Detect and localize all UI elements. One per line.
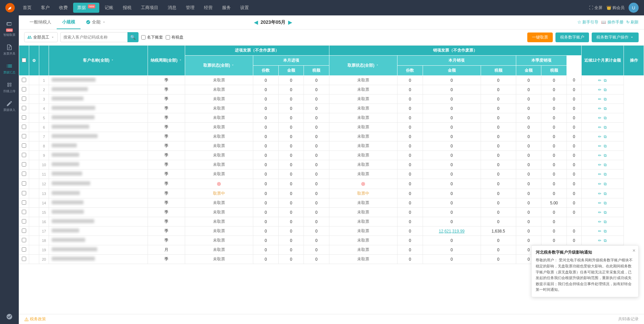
copy-icon[interactable]: ⧉ (604, 210, 607, 215)
row-name[interactable] (49, 179, 148, 189)
row-checkbox-cell[interactable] (19, 123, 29, 132)
edit-icon[interactable]: ✏ (598, 210, 601, 215)
edit-icon[interactable]: ✏ (598, 78, 601, 83)
edit-icon[interactable]: ✏ (598, 229, 601, 234)
search-input[interactable] (60, 32, 127, 42)
nav-item-invoice[interactable]: 票据 new (73, 3, 99, 13)
row-name[interactable] (49, 113, 148, 123)
row-checkbox-cell[interactable] (19, 104, 29, 113)
edit-icon[interactable]: ✏ (598, 134, 601, 139)
edit-icon[interactable]: ✏ (598, 163, 601, 167)
row-name[interactable] (49, 104, 148, 113)
next-period-btn[interactable]: ▶ (288, 19, 292, 25)
tab-small-scale[interactable]: 小规模 (57, 16, 80, 29)
row-checkbox-cell[interactable] (19, 160, 29, 170)
edit-icon[interactable]: ✏ (598, 153, 601, 158)
copy-icon[interactable]: ⧉ (604, 191, 607, 196)
row-name[interactable] (49, 226, 148, 236)
th-checkbox[interactable] (19, 46, 29, 76)
row-checkbox-cell[interactable] (19, 76, 29, 85)
edit-icon[interactable]: ✏ (598, 87, 601, 92)
sidebar-item-scan[interactable]: 扫描上传 (0, 79, 19, 96)
copy-icon[interactable]: ⧉ (604, 238, 607, 243)
row-checkbox-cell[interactable] (19, 94, 29, 104)
tab-general-taxpayer[interactable]: 一般纳税人 (24, 16, 57, 29)
th-name[interactable]: 客户名称(全部) (49, 46, 148, 76)
row-checkbox-cell[interactable] (19, 255, 29, 264)
row-name[interactable] (49, 160, 148, 170)
th-settings[interactable]: ⚙ (29, 46, 39, 76)
nav-item-tax[interactable]: 报税 (119, 3, 136, 13)
th-in-status[interactable]: 取票状态(全部) (185, 56, 253, 76)
sidebar-item-smart-ticket[interactable]: new 智能取票 (0, 18, 19, 40)
one-click-ticket-btn[interactable]: 一键取票 (527, 33, 553, 42)
edit-icon[interactable]: ✏ (598, 106, 601, 111)
nav-item-service[interactable]: 服务 (218, 3, 235, 13)
edit-icon[interactable]: ✏ (598, 201, 601, 205)
edit-icon[interactable]: ✏ (598, 191, 601, 196)
refresh-btn[interactable]: ↻ 刷新 (626, 19, 639, 25)
copy-icon[interactable]: ⧉ (604, 219, 607, 224)
row-checkbox-cell[interactable] (19, 217, 29, 226)
nav-item-operation[interactable]: 经营 (200, 3, 217, 13)
tax-policy-link[interactable]: 税务政策 (24, 316, 46, 322)
user-avatar[interactable]: U (629, 3, 639, 13)
edit-icon[interactable]: ✏ (598, 172, 601, 177)
row-checkbox-cell[interactable] (19, 179, 29, 189)
copy-icon[interactable]: ⧉ (604, 106, 607, 111)
row-name[interactable] (49, 123, 148, 132)
row-checkbox-cell[interactable] (19, 189, 29, 198)
row-name[interactable] (49, 217, 148, 226)
row-checkbox-cell[interactable] (19, 198, 29, 208)
row-checkbox-cell[interactable] (19, 132, 29, 141)
nav-item-business[interactable]: 工商项目 (137, 3, 162, 13)
row-name[interactable] (49, 94, 148, 104)
copy-icon[interactable]: ⧉ (604, 201, 607, 205)
nav-item-settings[interactable]: 设置 (236, 3, 253, 13)
taxdisk-filter[interactable]: 有税盘 (166, 35, 183, 40)
row-name[interactable] (49, 208, 148, 217)
row-checkbox-cell[interactable] (19, 113, 29, 123)
row-name[interactable] (49, 85, 148, 94)
row-name[interactable] (49, 151, 148, 160)
row-checkbox-cell[interactable] (19, 208, 29, 217)
nav-item-home[interactable]: 首页 (19, 3, 36, 13)
row-checkbox-cell[interactable] (19, 245, 29, 255)
tax-digital-account-btn[interactable]: 税务数字账户 (555, 33, 589, 42)
row-name[interactable] (49, 76, 148, 85)
row-name[interactable] (49, 255, 148, 264)
row-checkbox-cell[interactable] (19, 151, 29, 160)
row-name[interactable] (49, 245, 148, 255)
row-out-amount[interactable]: 12,621,319.99 (423, 226, 481, 236)
copy-icon[interactable]: ⧉ (604, 172, 607, 177)
copy-icon[interactable]: ⧉ (604, 153, 607, 158)
tab-all-in-one[interactable]: 全能 (80, 16, 111, 29)
edit-icon[interactable]: ✏ (598, 125, 601, 130)
copy-icon[interactable]: ⧉ (604, 229, 607, 234)
row-checkbox-cell[interactable] (19, 226, 29, 236)
copy-icon[interactable]: ⧉ (604, 87, 607, 92)
row-name[interactable] (49, 189, 148, 198)
copy-icon[interactable]: ⧉ (604, 134, 607, 139)
member-btn[interactable]: 👑 购会员 (606, 5, 625, 11)
row-checkbox-cell[interactable] (19, 170, 29, 179)
copy-icon[interactable]: ⧉ (604, 78, 607, 83)
copy-icon[interactable]: ⧉ (604, 163, 607, 167)
nav-item-customer[interactable]: 客户 (37, 3, 54, 13)
sidebar-item-invoice-open[interactable]: 发票开具 (0, 41, 19, 59)
taxdisk-checkbox[interactable] (166, 35, 170, 40)
fullscreen-btn[interactable]: ⛶ 全屏 (589, 5, 602, 11)
edit-icon[interactable]: ✏ (598, 182, 601, 186)
employee-filter[interactable]: 全部员工 (24, 32, 58, 42)
th-out-status[interactable]: 取票状态(全部) (329, 56, 397, 76)
copy-icon[interactable]: ⧉ (604, 125, 607, 130)
edit-icon[interactable]: ✏ (598, 219, 601, 224)
edit-icon[interactable]: ✏ (598, 116, 601, 120)
copy-icon[interactable]: ⧉ (604, 182, 607, 186)
nav-item-manage[interactable]: 管理 (182, 3, 199, 13)
subledger-filter[interactable]: 名下账套 (141, 35, 163, 40)
prev-period-btn[interactable]: ◀ (254, 19, 258, 25)
row-checkbox-cell[interactable] (19, 236, 29, 245)
row-name[interactable] (49, 141, 148, 151)
row-name[interactable] (49, 132, 148, 141)
